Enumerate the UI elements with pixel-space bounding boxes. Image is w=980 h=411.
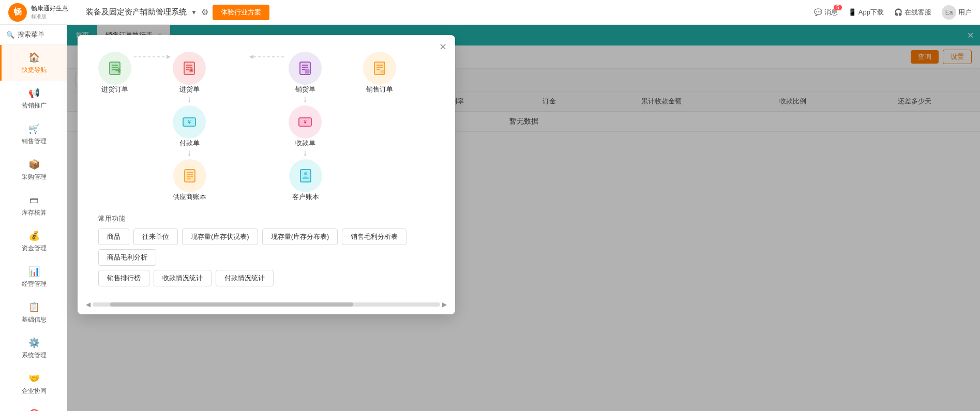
service-item[interactable]: 🎧 在线客服 (894, 8, 931, 17)
app-label: App下载 (858, 8, 884, 17)
system-dropdown-btn[interactable]: ▼ (191, 9, 197, 16)
customer-ledger-label: 客户账本 (292, 192, 319, 202)
func-buttons-row2: 销售排行榜 收款情况统计 付款情况统计 (98, 270, 434, 286)
supplier-ledger-circle (173, 159, 206, 192)
service-label: 在线客服 (904, 8, 931, 17)
sidebar-item-quick[interactable]: 🏠 快捷导航 (0, 45, 67, 81)
svg-marker-16 (249, 55, 253, 59)
inventory-icon: 🗃 (28, 194, 40, 206)
corp-icon: 🤝 (28, 372, 40, 385)
sidebar-label-system: 系统管理 (22, 351, 47, 360)
sidebar-label-finance: 资金管理 (22, 244, 47, 253)
scroll-right-btn[interactable]: ▶ (442, 301, 447, 308)
svg-rect-22 (305, 69, 309, 73)
message-badge: 5 (834, 5, 842, 10)
flow-node-purchase-order[interactable]: 进货订单 (98, 52, 131, 94)
func-btn-payment-stats[interactable]: 付款情况统计 (216, 270, 274, 286)
marketing-icon: 📢 (28, 87, 40, 99)
payment-bill-label: 付款单 (179, 139, 200, 148)
func-buttons-row1: 商品 往来单位 现存量(库存状况表) 现存量(库存分布表) 销售毛利分析表 商品… (98, 229, 434, 266)
flow-node-receipt-bill[interactable]: ¥ 收款单 (289, 105, 322, 148)
receipt-bill-circle: ¥ (289, 105, 322, 139)
sidebar-item-marketing[interactable]: 📢 营销推广 (0, 81, 67, 116)
common-functions-title: 常用功能 (98, 214, 434, 223)
header-right: 💬 消息 5 📱 App下载 🎧 在线客服 Ea 用户 (814, 5, 972, 20)
logo-text: 畅康通好生意 标准版 (31, 4, 68, 20)
sidebar-item-sales[interactable]: 🛒 销售管理 (0, 116, 67, 152)
receipt-bill-label: 收款单 (295, 139, 315, 148)
system-icon: ⚙️ (28, 337, 40, 349)
scroll-track[interactable] (93, 302, 440, 307)
app-download-item[interactable]: 📱 App下载 (848, 8, 884, 17)
sidebar-item-purchase[interactable]: 📦 采购管理 (0, 152, 67, 188)
modal-scrollbar-area: ◀ ▶ (78, 299, 455, 314)
func-btn-stock-dist[interactable]: 现存量(库存分布表) (262, 229, 338, 245)
trial-button[interactable]: 体验行业方案 (213, 5, 269, 20)
sidebar-item-newbie[interactable]: 🎯 新手引导 (0, 402, 67, 411)
sidebar-label-purchase: 采购管理 (22, 173, 47, 181)
func-btn-stock-status[interactable]: 现存量(库存状况表) (182, 229, 258, 245)
sidebar-item-operations[interactable]: 📊 经营管理 (0, 259, 67, 295)
operations-icon: 📊 (28, 265, 40, 278)
user-label: 用户 (958, 8, 972, 17)
func-btn-product[interactable]: 商品 (98, 229, 129, 245)
flow-node-sales-bill[interactable]: 销货单 (289, 52, 322, 94)
newbie-icon: 🎯 (28, 408, 40, 411)
flow-node-payment-bill[interactable]: ¥ 付款单 (173, 105, 206, 148)
common-functions-section: 常用功能 商品 往来单位 现存量(库存状况表) 现存量(库存分布表) 销售毛利分… (78, 210, 455, 299)
sidebar-item-finance[interactable]: 💰 资金管理 (0, 223, 67, 259)
user-avatar: Ea (942, 5, 956, 20)
user-item[interactable]: Ea 用户 (942, 5, 972, 20)
logo-area: 畅 畅康通好生意 标准版 (8, 3, 76, 22)
sidebar-label-inventory: 库存核算 (22, 208, 47, 217)
svg-rect-40 (300, 170, 311, 182)
flow-node-sales-order[interactable]: 销售订单 (363, 52, 396, 94)
sidebar-label-operations: 经营管理 (22, 280, 47, 288)
svg-marker-6 (167, 55, 171, 59)
sidebar-label-corp: 企业协同 (22, 387, 47, 395)
payment-bill-circle: ¥ (173, 105, 206, 139)
message-item[interactable]: 💬 消息 5 (814, 8, 838, 17)
system-title: 装备及固定资产辅助管理系统 ▼ ⚙ 体验行业方案 (86, 5, 814, 20)
purchase-icon: 📦 (28, 158, 40, 171)
svg-rect-7 (184, 62, 194, 74)
phone-icon: 📱 (848, 8, 856, 16)
search-icon: 🔍 (6, 31, 14, 39)
purchase-order-circle (98, 52, 131, 85)
settings-gear-btn[interactable]: ⚙ (201, 7, 208, 17)
sales-order-label: 销售订单 (366, 85, 393, 94)
search-menu-item[interactable]: 🔍 搜索菜单 (0, 25, 67, 45)
system-name: 装备及固定资产辅助管理系统 (86, 7, 187, 17)
flow-node-customer-ledger[interactable]: 客户账本 (289, 159, 322, 202)
purchase-bill-label: 进货单 (179, 85, 200, 94)
modal-dialog: ✕ 进货订单 (78, 35, 455, 314)
down-arrow-payment: ↓ (187, 148, 192, 157)
flow-node-supplier-ledger[interactable]: 供应商账本 (173, 159, 206, 202)
supplier-ledger-label: 供应商账本 (173, 192, 206, 202)
sidebar-item-basic[interactable]: 📋 基础信息 (0, 295, 67, 330)
func-btn-receipt-stats[interactable]: 收款情况统计 (154, 270, 212, 286)
basic-icon: 📋 (28, 301, 40, 313)
modal-overlay[interactable]: ✕ 进货订单 (67, 25, 980, 411)
sidebar-label-quick: 快捷导航 (22, 66, 47, 74)
modal-close-button[interactable]: ✕ (439, 41, 447, 53)
down-arrow-purchase-bill: ↓ (187, 94, 192, 103)
finance-icon: 💰 (28, 230, 40, 242)
service-icon: 🎧 (894, 8, 902, 16)
flow-diagram: 进货订单 (78, 35, 455, 210)
sidebar-label-marketing: 营销推广 (22, 101, 47, 110)
sidebar-item-system[interactable]: ⚙️ 系统管理 (0, 330, 67, 366)
flow-node-purchase-bill[interactable]: 进货单 (173, 52, 206, 94)
func-btn-product-profit[interactable]: 商品毛利分析 (98, 249, 156, 266)
sidebar-item-inventory[interactable]: 🗃 库存核算 (0, 188, 67, 223)
func-btn-sales-rank[interactable]: 销售排行榜 (98, 270, 149, 286)
sidebar-item-corp[interactable]: 🤝 企业协同 (0, 366, 67, 402)
scroll-thumb[interactable] (110, 302, 353, 307)
func-btn-sales-profit[interactable]: 销售毛利分析表 (342, 229, 406, 245)
svg-rect-34 (185, 170, 195, 182)
sales-icon: 🛒 (28, 123, 40, 135)
message-icon: 💬 (814, 8, 822, 16)
func-btn-partners[interactable]: 往来单位 (133, 229, 178, 245)
scroll-left-btn[interactable]: ◀ (86, 301, 91, 308)
svg-text:¥: ¥ (187, 119, 191, 125)
